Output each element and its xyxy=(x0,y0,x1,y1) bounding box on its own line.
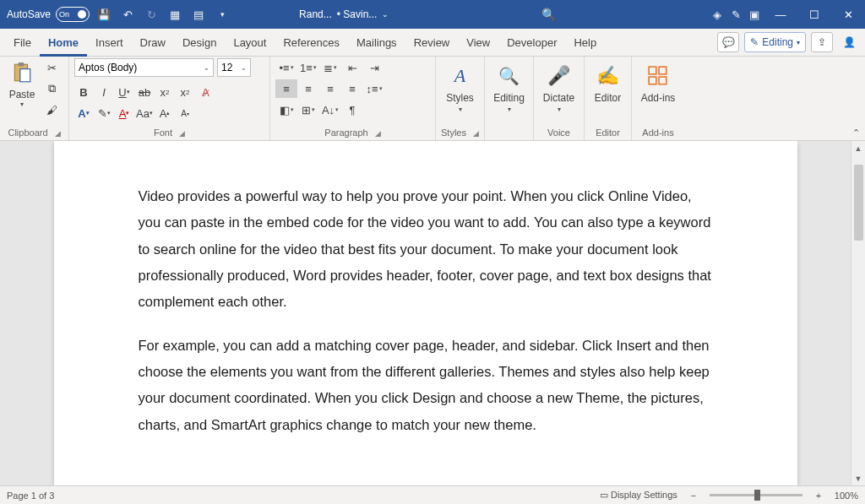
addins-button[interactable]: Add-ins xyxy=(637,58,679,104)
tab-draw[interactable]: Draw xyxy=(132,29,174,57)
tab-mailings[interactable]: Mailings xyxy=(348,29,405,57)
undo-icon[interactable]: ↶ xyxy=(118,5,137,24)
search-icon[interactable]: 🔍 xyxy=(541,8,556,21)
align-right-button[interactable]: ≡ xyxy=(319,79,341,98)
multilevel-list-button[interactable]: ≣ xyxy=(319,58,341,77)
tab-review[interactable]: Review xyxy=(405,29,459,57)
increase-indent-button[interactable]: ⇥ xyxy=(363,58,385,77)
font-name-combo[interactable]: Aptos (Body)⌄ xyxy=(74,58,214,77)
clear-formatting-button[interactable]: A̷ xyxy=(196,83,215,101)
paragraph-2[interactable]: For example, you can add a matching cove… xyxy=(139,333,713,438)
share-button[interactable]: ⇪ xyxy=(811,32,833,52)
display-settings-button[interactable]: ▭ Display Settings xyxy=(600,490,677,501)
tab-view[interactable]: View xyxy=(458,29,498,57)
align-center-button[interactable]: ≡ xyxy=(297,79,319,98)
microphone-icon: 🎤 xyxy=(547,62,570,90)
font-color-button[interactable]: A▾ xyxy=(115,104,133,122)
document-page[interactable]: Video provides a powerful way to help yo… xyxy=(54,141,797,485)
chevron-down-icon: ⌄ xyxy=(382,10,389,19)
styles-button[interactable]: A Styles ▾ xyxy=(441,58,479,113)
launcher-icon[interactable]: ◢ xyxy=(179,129,185,138)
editor-button[interactable]: ✍ Editor xyxy=(590,58,626,104)
dictate-button[interactable]: 🎤 Dictate ▾ xyxy=(539,58,579,113)
qat-customize-icon[interactable]: ▾ xyxy=(213,5,231,24)
account-icon[interactable]: 👤 xyxy=(838,32,860,52)
tab-help[interactable]: Help xyxy=(565,29,605,57)
grow-font-button[interactable]: A▴ xyxy=(155,104,174,122)
zoom-in-button[interactable]: + xyxy=(813,490,824,501)
show-marks-button[interactable]: ¶ xyxy=(341,100,363,119)
align-left-button[interactable]: ≡ xyxy=(275,79,297,98)
sort-button[interactable]: A↓ xyxy=(319,100,341,119)
tab-layout[interactable]: Layout xyxy=(225,29,275,57)
decrease-indent-button[interactable]: ⇤ xyxy=(341,58,363,77)
premium-icon[interactable]: ◈ xyxy=(708,5,726,24)
group-editing: 🔍 Editing ▾ xyxy=(485,57,534,140)
zoom-slider[interactable] xyxy=(710,494,802,496)
strikethrough-button[interactable]: ab xyxy=(135,83,154,101)
scroll-down-icon[interactable]: ▼ xyxy=(851,471,865,485)
tab-home[interactable]: Home xyxy=(40,29,87,57)
shrink-font-button[interactable]: A▾ xyxy=(176,104,194,122)
numbering-button[interactable]: 1≡ xyxy=(297,58,319,77)
copy-icon[interactable]: ⧉ xyxy=(42,79,61,98)
svg-rect-3 xyxy=(649,67,656,74)
page-indicator[interactable]: Page 1 of 3 xyxy=(7,490,54,501)
underline-button[interactable]: U▾ xyxy=(115,83,133,101)
scroll-thumb[interactable] xyxy=(854,165,863,241)
line-spacing-button[interactable]: ↕≡ xyxy=(363,79,385,98)
save-icon[interactable]: 💾 xyxy=(95,5,113,24)
format-painter-icon[interactable]: 🖌 xyxy=(42,100,61,119)
italic-button[interactable]: I xyxy=(95,83,113,101)
qat-icon-1[interactable]: ▦ xyxy=(166,5,184,24)
tab-design[interactable]: Design xyxy=(174,29,225,57)
vertical-scrollbar[interactable]: ▲ ▼ xyxy=(851,141,865,485)
svg-rect-2 xyxy=(20,69,30,82)
collapse-ribbon-icon[interactable]: ⌃ xyxy=(852,127,860,138)
ribbon-display-icon[interactable]: ▣ xyxy=(745,5,764,24)
group-addins: Add-ins Add-ins xyxy=(632,57,684,140)
close-button[interactable]: ✕ xyxy=(831,0,865,29)
coming-soon-icon[interactable]: ✎ xyxy=(726,5,745,24)
launcher-icon[interactable]: ◢ xyxy=(55,129,61,138)
status-bar: Page 1 of 3 ▭ Display Settings − + 100% xyxy=(0,485,865,504)
tab-developer[interactable]: Developer xyxy=(498,29,565,57)
comments-button[interactable]: 💬 xyxy=(717,32,739,52)
editing-button[interactable]: 🔍 Editing ▾ xyxy=(490,58,528,113)
chevron-down-icon[interactable]: ▾ xyxy=(20,100,24,108)
shading-button[interactable]: ◧ xyxy=(275,100,297,119)
paste-label: Paste xyxy=(9,89,35,100)
redo-icon[interactable]: ↻ xyxy=(142,5,160,24)
group-voice: 🎤 Dictate ▾ Voice xyxy=(534,57,585,140)
font-size-combo[interactable]: 12⌄ xyxy=(217,58,251,77)
text-effects-button[interactable]: A▾ xyxy=(74,104,93,122)
launcher-icon[interactable]: ◢ xyxy=(375,129,381,138)
autosave-toggle[interactable]: On xyxy=(56,7,90,22)
borders-button[interactable]: ⊞ xyxy=(297,100,319,119)
tab-file[interactable]: File xyxy=(5,29,40,57)
qat-icon-2[interactable]: ▤ xyxy=(189,5,208,24)
document-area: Video provides a powerful way to help yo… xyxy=(0,141,865,485)
tab-insert[interactable]: Insert xyxy=(87,29,132,57)
bold-button[interactable]: B xyxy=(74,83,93,101)
addins-icon xyxy=(647,62,669,90)
zoom-thumb[interactable] xyxy=(754,490,760,501)
change-case-button[interactable]: Aa▾ xyxy=(135,104,154,122)
zoom-level[interactable]: 100% xyxy=(835,490,858,501)
superscript-button[interactable]: x2 xyxy=(176,83,194,101)
paragraph-1[interactable]: Video provides a powerful way to help yo… xyxy=(139,183,713,316)
subscript-button[interactable]: x2 xyxy=(155,83,174,101)
highlight-button[interactable]: ✎▾ xyxy=(95,104,113,122)
zoom-out-button[interactable]: − xyxy=(688,490,699,501)
bullets-button[interactable]: •≡ xyxy=(275,58,297,77)
scroll-up-icon[interactable]: ▲ xyxy=(851,141,865,155)
launcher-icon[interactable]: ◢ xyxy=(473,129,479,138)
editing-mode-button[interactable]: ✎ Editing ▾ xyxy=(744,32,806,52)
justify-button[interactable]: ≡ xyxy=(341,79,363,98)
cut-icon[interactable]: ✂ xyxy=(42,58,61,77)
maximize-button[interactable]: ☐ xyxy=(797,0,831,29)
minimize-button[interactable]: ― xyxy=(764,0,797,29)
tab-references[interactable]: References xyxy=(275,29,347,57)
document-title[interactable]: Rand... • Savin... ⌄ xyxy=(299,8,389,20)
paste-icon[interactable] xyxy=(10,58,34,87)
